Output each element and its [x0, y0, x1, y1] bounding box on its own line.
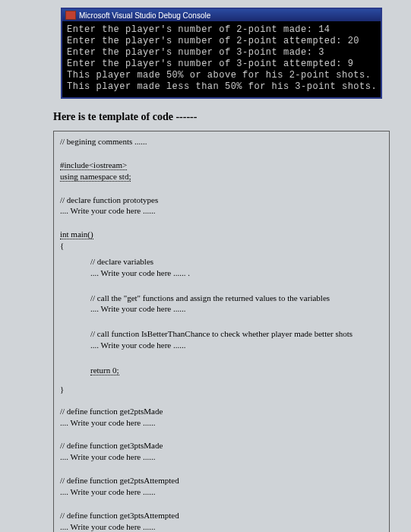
- code-using-text: using namespace std;: [60, 172, 131, 182]
- console-line: This player made 50% or above for his 2-…: [67, 70, 371, 81]
- code-def-2att: // define function get2ptsAttempted: [60, 475, 383, 486]
- code-brace: }: [60, 384, 383, 395]
- console-title-text: Microsoft Visual Studio Debug Console: [79, 11, 210, 20]
- code-main: int main(): [60, 229, 383, 240]
- code-placeholder: .... Write your code here ......: [60, 521, 383, 532]
- code-placeholder: .... Write your code here ......: [60, 451, 383, 463]
- page: Microsoft Visual Studio Debug Console En…: [0, 0, 411, 532]
- code-comment: // begining comments ......: [60, 136, 383, 147]
- console-line: Enter the player's number of 2-point mad…: [67, 24, 330, 35]
- console-titlebar: Microsoft Visual Studio Debug Console: [62, 9, 381, 21]
- code-def-2made: // define function get2ptsMade: [60, 406, 383, 417]
- code-call-better: // call function IsBetterThanChance to c…: [90, 328, 383, 340]
- code-main-text: int main(): [60, 230, 93, 239]
- code-call-get: // call the "get" functions and assign t…: [90, 293, 383, 304]
- code-return-text: return 0;: [90, 366, 119, 375]
- code-include: #include<iostream>: [60, 160, 383, 171]
- code-placeholder: .... Write your code here ......: [90, 340, 383, 351]
- code-placeholder: .... Write your code here ......: [60, 417, 383, 429]
- console-line: Enter the player's number of 3-point mad…: [67, 47, 324, 58]
- code-include-text: #include<iostream>: [60, 160, 127, 170]
- code-using: using namespace std;: [60, 171, 383, 182]
- console-line: Enter the player's number of 2-point att…: [67, 36, 359, 46]
- console-body: Enter the player's number of 2-point mad…: [62, 21, 381, 97]
- console-line: Enter the player's number of 3-point att…: [67, 59, 353, 69]
- code-proto-comment: // declare function prototypes: [60, 195, 383, 206]
- console-icon: [65, 11, 76, 20]
- code-decl-vars: // declare variables: [90, 256, 383, 268]
- code-def-3att: // define function get3ptsAttempted: [60, 510, 383, 521]
- code-placeholder: .... Write your code here ......: [90, 303, 383, 315]
- console-line: This player made less than 50% for his 3…: [67, 81, 377, 92]
- debug-console: Microsoft Visual Studio Debug Console En…: [61, 8, 382, 99]
- code-def-3made: // define function get3ptsMade: [60, 440, 383, 451]
- code-placeholder: .... Write your code here ......: [60, 205, 383, 217]
- code-brace: {: [60, 240, 383, 252]
- code-placeholder: .... Write your code here ......: [60, 486, 383, 498]
- code-template: // begining comments ...... #include<ios…: [53, 131, 390, 532]
- code-placeholder: .... Write your code here ...... .: [90, 268, 383, 279]
- code-return: return 0;: [90, 365, 383, 376]
- template-heading: Here is te template of code ------: [53, 111, 390, 123]
